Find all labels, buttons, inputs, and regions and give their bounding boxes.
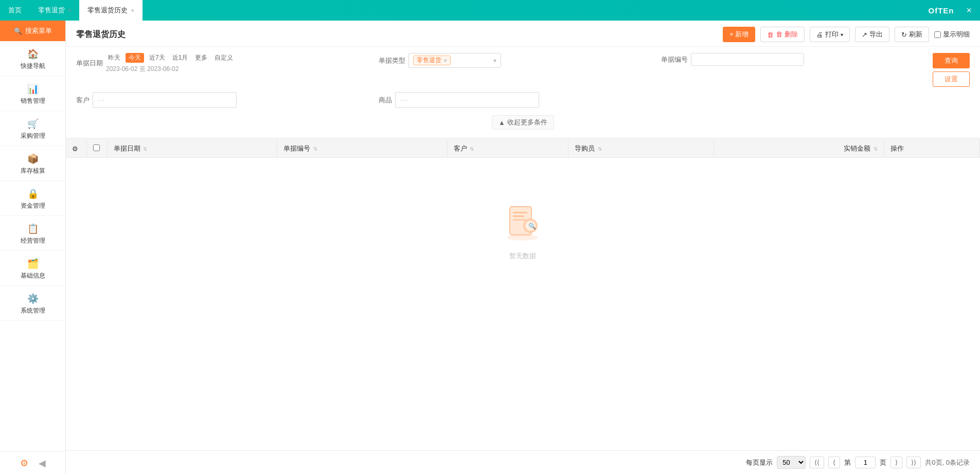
shortcut-today[interactable]: 今天 (126, 53, 144, 63)
refresh-button[interactable]: ↻ 刷新 (895, 27, 929, 42)
sidebar-item-management[interactable]: 📋 经营管理 (0, 216, 65, 251)
voucher-type-tag-text: 零售退货 (417, 56, 441, 65)
page-size-label: 每页显示 (746, 458, 773, 467)
filter-area: 单据日期 昨天 今天 近7天 近1月 更多 自定义 2023-06-02 至 2… (66, 47, 980, 138)
next-page-btn[interactable]: ⟩ (890, 457, 902, 468)
sidebar-item-sales[interactable]: 📊 销售管理 (0, 76, 65, 111)
layout: 🔍 搜索菜单 🏠 快捷导航 📊 销售管理 🛒 采购管理 📦 库存核算 🔒 (0, 21, 980, 474)
sidebar-search[interactable]: 🔍 搜索菜单 (0, 21, 65, 41)
shortcut-1month[interactable]: 近1月 (170, 53, 190, 63)
set-button[interactable]: 设置 (933, 71, 970, 87)
th-customer-label: 客户 (454, 144, 467, 152)
sidebar-item-finance[interactable]: 🔒 资金管理 (0, 181, 65, 216)
th-voucher-no-sort[interactable]: ⇅ (313, 146, 317, 152)
svg-rect-4 (513, 219, 526, 221)
th-operations-label: 操作 (890, 144, 904, 152)
th-settings[interactable]: ⚙ (66, 140, 86, 158)
pagination-bar: 每页显示 10 20 50 100 ⟨⟨ ⟨ 第 页 ⟩ ⟩⟩ 共0页, 0条记… (66, 450, 980, 474)
export-button[interactable]: ↗ 导出 (855, 27, 889, 42)
svg-point-0 (507, 234, 538, 241)
sidebar-bottom: ⚙ ◀ (0, 451, 65, 474)
column-settings-icon[interactable]: ⚙ (72, 145, 78, 153)
first-page-btn[interactable]: ⟨⟨ (810, 457, 824, 468)
sidebar-item-system[interactable]: ⚙️ 系统管理 (0, 286, 65, 321)
purchase-icon: 🛒 (27, 118, 39, 130)
data-table: ⚙ 单据日期 ⇅ 单据编号 ⇅ (66, 140, 980, 302)
goods-input[interactable]: ··· (395, 92, 539, 108)
top-bar: 首页 零售退货 × 零售退货历史 × OfTEn × (0, 0, 980, 21)
inventory-icon: 📦 (27, 153, 39, 165)
voucher-no-filter: 单据编号 (661, 53, 922, 66)
date-shortcuts: 昨天 今天 近7天 近1月 更多 自定义 (106, 53, 235, 63)
tab-retail-return-close[interactable]: × (68, 7, 71, 13)
svg-rect-2 (513, 212, 527, 213)
pin-icon[interactable]: ◀ (39, 458, 46, 469)
delete-label: 🗑 删除 (776, 30, 798, 39)
th-operations: 操作 (884, 140, 979, 158)
refresh-icon: ↻ (901, 31, 907, 39)
window-close-btn[interactable]: × (966, 5, 972, 16)
voucher-no-input[interactable] (691, 53, 804, 66)
shortcut-custom[interactable]: 自定义 (212, 53, 235, 63)
page-title: 零售退货历史 (76, 29, 126, 40)
delete-button[interactable]: 🗑 🗑 删除 (760, 27, 805, 42)
home-icon: 🏠 (27, 48, 39, 60)
print-dropdown-icon: ▾ (841, 32, 843, 38)
select-all-checkbox[interactable] (93, 144, 100, 151)
tab-home[interactable]: 首页 (0, 0, 30, 21)
sidebar-item-finance-label: 资金管理 (21, 202, 45, 210)
goods-filter: 商品 ··· (379, 92, 640, 108)
query-button[interactable]: 查询 (933, 53, 970, 68)
customer-filter: 客户 ··· (76, 92, 358, 108)
sidebar-item-quicknav-label: 快捷导航 (21, 62, 45, 70)
th-amount-sort[interactable]: ⇅ (874, 146, 878, 152)
last-page-btn[interactable]: ⟩⟩ (906, 457, 921, 468)
brand-logo: OfTEn (920, 6, 962, 15)
collapse-button[interactable]: ▲ 收起更多条件 (492, 115, 554, 130)
print-button[interactable]: 🖨 打印 ▾ (810, 27, 850, 42)
page-size-select[interactable]: 10 20 50 100 (777, 456, 806, 469)
voucher-type-tag-remove[interactable]: × (443, 57, 447, 64)
customer-dots: ··· (97, 95, 232, 105)
show-detail-checkbox-label[interactable]: 显示明细 (934, 30, 970, 39)
sidebar-item-inventory[interactable]: 📦 库存核算 (0, 146, 65, 181)
tab-retail-return-history[interactable]: 零售退货历史 × (79, 0, 142, 21)
sidebar: 🔍 搜索菜单 🏠 快捷导航 📊 销售管理 🛒 采购管理 📦 库存核算 🔒 (0, 21, 66, 474)
shortcut-more[interactable]: 更多 (193, 53, 209, 63)
finance-icon: 🔒 (27, 188, 39, 199)
page-total: 共0页, 0条记录 (925, 458, 970, 467)
shortcut-7days[interactable]: 近7天 (147, 53, 167, 63)
settings-bottom-icon[interactable]: ⚙ (20, 458, 28, 469)
shortcut-yesterday[interactable]: 昨天 (106, 53, 122, 63)
customer-input[interactable]: ··· (93, 92, 237, 108)
show-detail-label: 显示明细 (943, 30, 970, 39)
th-amount: 实销金额 ⇅ (714, 140, 884, 158)
basic-info-icon: 🗂️ (27, 258, 39, 269)
print-icon: 🖨 (816, 31, 823, 39)
th-customer-sort[interactable]: ⇅ (470, 146, 474, 152)
sidebar-item-quicknav[interactable]: 🏠 快捷导航 (0, 41, 65, 76)
table-header: ⚙ 单据日期 ⇅ 单据编号 ⇅ (66, 140, 980, 158)
management-icon: 📋 (27, 223, 39, 234)
svg-rect-3 (513, 215, 524, 217)
sidebar-item-basic-info[interactable]: 🗂️ 基础信息 (0, 251, 65, 286)
sidebar-item-sales-label: 销售管理 (21, 97, 45, 105)
empty-text: 暂无数据 (509, 251, 536, 261)
voucher-type-select[interactable]: 零售退货 × ▾ (408, 53, 501, 68)
page-number-input[interactable] (855, 457, 876, 468)
prev-page-btn[interactable]: ⟨ (828, 457, 840, 468)
sidebar-search-label: 搜索菜单 (25, 26, 52, 35)
sidebar-menu: 🏠 快捷导航 📊 销售管理 🛒 采购管理 📦 库存核算 🔒 资金管理 📋 (0, 41, 65, 451)
goods-label: 商品 (379, 96, 392, 105)
tab-retail-return[interactable]: 零售退货 × (30, 0, 79, 21)
show-detail-checkbox[interactable] (934, 31, 941, 38)
date-filter-label: 单据日期 (76, 59, 103, 68)
tab-retail-return-history-close[interactable]: × (131, 7, 134, 13)
goods-dots: ··· (400, 95, 534, 105)
th-checkbox[interactable] (86, 140, 107, 158)
add-button[interactable]: + 新增 (723, 27, 755, 42)
th-date-sort[interactable]: ⇅ (143, 146, 147, 152)
th-salesperson-label: 导购员 (575, 144, 595, 152)
sidebar-item-purchase[interactable]: 🛒 采购管理 (0, 111, 65, 146)
th-salesperson-sort[interactable]: ⇅ (598, 146, 602, 152)
